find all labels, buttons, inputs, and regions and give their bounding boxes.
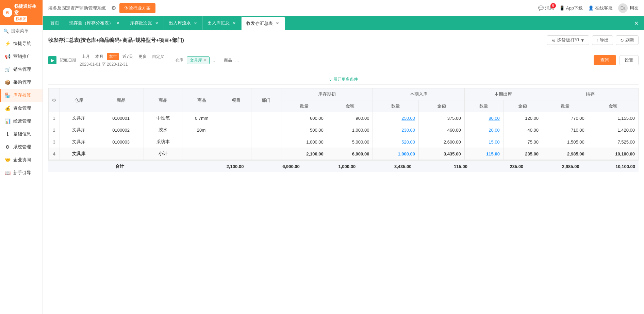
row-close-qty-1: 710.00 [542, 124, 588, 136]
tab-label-receive-dispatch: 收发存汇总表 [246, 20, 273, 27]
tab-receive-dispatch[interactable]: 收发存汇总表✕ [242, 17, 285, 30]
row-in-qty-2[interactable]: 520.00 [373, 136, 419, 148]
row-warehouse-0: 文具库 [60, 112, 98, 124]
in-qty-link-3[interactable]: 1,000.00 [398, 151, 415, 156]
user-profile[interactable]: Ea 用友 [618, 3, 639, 13]
row-close-amt-2: 7,525.00 [588, 136, 638, 148]
warehouse-tag-remove[interactable]: ✕ [203, 58, 207, 63]
col-in-qty: 数量 [373, 100, 419, 112]
row-spec-2 [182, 136, 221, 148]
shortcut-this-year[interactable]: 本年 [107, 53, 119, 60]
tab-in-out-flow[interactable]: 出入库流水✕ [164, 16, 203, 30]
row-warehouse-2: 文具库 [60, 136, 98, 148]
row-open-qty-2: 1,000.00 [281, 136, 327, 148]
content-area: 收发存汇总表(按仓库+商品编码+商品+规格型号+项目+部门) 🖨 拣货版打印 ▼… [43, 30, 644, 314]
settings-btn[interactable]: 设置 [620, 55, 639, 65]
tab-close-in-out-summary[interactable]: ✕ [232, 21, 236, 26]
message-action[interactable]: 💬 消息 6 [538, 5, 554, 11]
sidebar-item-sales[interactable]: 🛒 销售管理 [0, 63, 43, 76]
nav-icon-marketing: 📢 [4, 53, 11, 60]
goods-more-btn[interactable]: ... [235, 58, 239, 63]
sidebar-item-basic[interactable]: ℹ 基础信息 [0, 128, 43, 141]
tab-close-inventory-dist[interactable]: ✕ [115, 21, 120, 26]
in-qty-link-0[interactable]: 250.00 [401, 116, 415, 121]
row-out-qty-1[interactable]: 20.00 [464, 124, 503, 136]
sidebar-item-operations[interactable]: 📊 经营管理 [0, 115, 43, 128]
tab-inventory-dist[interactable]: 现存量（库存分布表）✕ [64, 16, 125, 30]
tab-batch-account[interactable]: 库存批次账✕ [125, 16, 164, 30]
nav-label-guide: 新手引导 [13, 170, 31, 176]
col-out-qty: 数量 [464, 100, 503, 112]
print-icon: 🖨 [551, 38, 556, 43]
sidebar-item-guide[interactable]: 📖 新手引导 [0, 166, 43, 179]
query-btn[interactable]: 查询 [594, 55, 616, 65]
sidebar-item-inventory[interactable]: 🏪 库存核算 [0, 89, 43, 102]
row-settings-2[interactable]: 3 [49, 136, 60, 148]
tab-close-in-out-flow[interactable]: ✕ [193, 21, 198, 26]
sidebar-item-system[interactable]: ⚙ 系统管理 [0, 141, 43, 153]
search-menu-item[interactable]: 🔍 搜索菜单 [0, 25, 43, 37]
warehouse-tag[interactable]: 文具库 ✕ [187, 56, 210, 64]
tab-close-receive-dispatch[interactable]: ✕ [275, 21, 280, 26]
row-in-amt-3: 3,435.00 [419, 148, 465, 160]
in-qty-link-2[interactable]: 520.00 [401, 139, 415, 145]
sidebar-item-marketing[interactable]: 📢 营销推广 [0, 50, 43, 63]
row-project-3 [221, 148, 251, 160]
row-open-qty-0: 600.00 [281, 112, 327, 124]
warehouse-more-btn[interactable]: ... [212, 58, 215, 63]
row-in-qty-0[interactable]: 250.00 [373, 112, 419, 124]
sidebar-item-enterprise[interactable]: 🤝 企业协同 [0, 153, 43, 166]
footer-open-amt: 6,900.00 [247, 164, 303, 169]
row-in-qty-1[interactable]: 230.00 [373, 124, 419, 136]
shortcut-more[interactable]: 更多 [136, 53, 149, 60]
row-code-1: 0100002 [98, 124, 144, 136]
col-project-header: 项目 [221, 88, 251, 112]
in-qty-link-1[interactable]: 230.00 [401, 128, 415, 133]
shortcut-last-month[interactable]: 上月 [80, 53, 92, 60]
row-open-amt-1: 1,000.00 [327, 124, 373, 136]
nav-label-finance: 资金管理 [13, 105, 31, 111]
tab-close-batch-account[interactable]: ✕ [154, 21, 159, 26]
out-qty-link-0[interactable]: 80.00 [489, 116, 500, 121]
nav-icon-operations: 📊 [4, 118, 11, 124]
print-btn[interactable]: 🖨 拣货版打印 ▼ [547, 35, 589, 45]
shortcut-7days[interactable]: 近7天 [120, 53, 135, 60]
row-settings-3[interactable]: 4 [49, 148, 60, 160]
search-menu-label: 搜索菜单 [11, 28, 29, 34]
row-in-qty-3[interactable]: 1,000.00 [373, 148, 419, 160]
refresh-btn[interactable]: ↻ 刷新 [616, 35, 639, 45]
out-qty-link-2[interactable]: 15.00 [489, 139, 500, 145]
nav-icon-guide: 📖 [4, 170, 11, 176]
row-dept-1 [251, 124, 281, 136]
out-qty-link-3[interactable]: 115.00 [486, 151, 500, 156]
sidebar-item-purchase[interactable]: 📦 采购管理 [0, 76, 43, 89]
filter-toggle-btn[interactable]: ▶ [48, 56, 56, 64]
row-settings-1[interactable]: 2 [49, 124, 60, 136]
tab-in-out-summary[interactable]: 出入库汇总✕ [203, 16, 242, 30]
export-btn[interactable]: ↑ 导出 [592, 35, 613, 45]
row-out-qty-0[interactable]: 80.00 [464, 112, 503, 124]
row-close-amt-3: 10,100.00 [588, 148, 638, 160]
row-settings-0[interactable]: 1 [49, 112, 60, 124]
nav-label-inventory: 库存核算 [13, 92, 31, 98]
col-settings-header[interactable]: ⚙ [49, 88, 60, 112]
shortcut-this-month[interactable]: 本月 [93, 53, 105, 60]
tab-home[interactable]: 首页 [46, 16, 64, 30]
expand-conditions-btn[interactable]: ∨ 展开更多条件 [329, 77, 358, 82]
row-out-qty-3[interactable]: 115.00 [464, 148, 503, 160]
app-download-action[interactable]: 📱 App下载 [559, 5, 583, 11]
close-all-tabs-btn[interactable]: ✕ [631, 20, 641, 27]
topbar-gear-icon[interactable]: ⚙ [111, 5, 116, 11]
online-service-action[interactable]: 👤 在线客服 [588, 5, 613, 11]
sidebar-item-quick-nav[interactable]: ⚡ 快捷导航 [0, 37, 43, 50]
out-qty-link-1[interactable]: 20.00 [489, 128, 500, 133]
shortcut-custom[interactable]: 自定义 [150, 53, 166, 60]
sidebar-item-finance[interactable]: 💰 资金管理 [0, 102, 43, 115]
goods-label: 商品 [224, 57, 232, 63]
nav-label-operations: 经营管理 [13, 118, 31, 124]
row-out-qty-2[interactable]: 15.00 [464, 136, 503, 148]
row-out-amt-2: 75.00 [503, 136, 542, 148]
row-code-0: 0100001 [98, 112, 144, 124]
col-close-amt: 金额 [588, 100, 638, 112]
trial-btn[interactable]: 体验行业方案 [119, 3, 155, 13]
